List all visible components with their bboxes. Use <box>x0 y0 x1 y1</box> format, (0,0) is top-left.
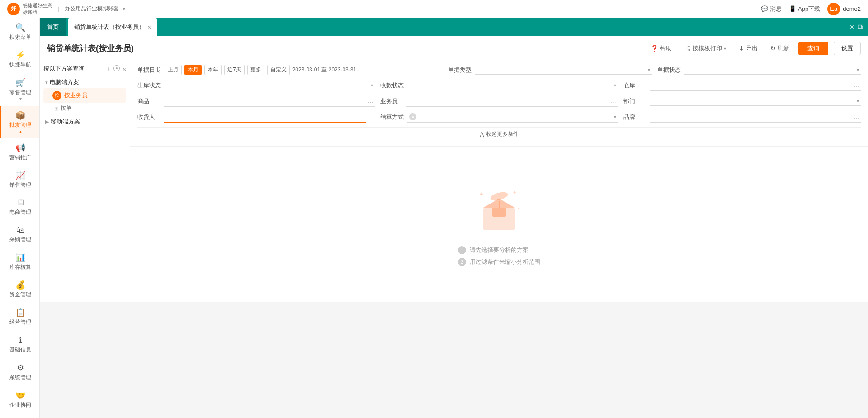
empty-state: ✦ ✦ ✦ 1 请先选择要分析的方案 <box>130 147 868 302</box>
tab-close-btn[interactable]: × <box>147 24 151 30</box>
filter-goods: 商品 ... <box>137 95 375 107</box>
page-actions: ❓ 帮助 🖨 按模板打印 ▾ ⬇ 导出 ↻ <box>647 42 861 55</box>
settle-select[interactable]: × ▾ <box>407 111 618 123</box>
this-year-btn[interactable]: 本年 <box>204 65 222 75</box>
sidebar: 🔍 搜索菜单 ⚡ 快捷导航 🛒 零售管理 ▾ 📦 批发管理 ▴ 📢 营销推广 📈… <box>0 18 40 418</box>
doc-status-select[interactable]: ▾ <box>684 66 861 75</box>
consignee-label: 收货人 <box>137 113 160 121</box>
consignee-dots[interactable]: ... <box>370 114 375 121</box>
goods-input[interactable]: ... <box>164 95 375 107</box>
sidebar-item-operation[interactable]: 📋 经营管理 <box>0 303 39 331</box>
system-icon: ⚙ <box>17 363 24 373</box>
collab-icon: 🤝 <box>15 390 25 400</box>
settle-clear-btn[interactable]: × <box>409 113 416 120</box>
help-label: 帮助 <box>660 44 672 52</box>
mobile-scheme-group: ▶ 移动端方案 <box>43 116 126 128</box>
edit-scheme-btn[interactable] <box>113 65 120 73</box>
warehouse-input[interactable]: ... <box>650 80 861 91</box>
tab-active[interactable]: 销货单统计表（按业务员） × <box>68 18 157 36</box>
page-content: 销货单统计表(按业务员) ❓ 帮助 🖨 按模板打印 ▾ ⬇ <box>40 36 868 418</box>
brand-label: 品牌 <box>623 113 646 121</box>
win-close-btn[interactable]: × <box>850 23 854 31</box>
export-btn[interactable]: ⬇ 导出 <box>735 43 761 54</box>
sidebar-item-retail[interactable]: 🛒 零售管理 ▾ <box>0 73 39 106</box>
system-title[interactable]: 办公用品行业模拟账套 <box>65 5 119 13</box>
scheme-item-salesperson[interactable]: 按 按业务员 <box>43 88 126 103</box>
add-scheme-btn[interactable]: + <box>107 65 111 73</box>
doc-type-select[interactable]: ▾ <box>475 66 651 75</box>
sidebar-item-system[interactable]: ⚙ 系统管理 <box>0 358 39 386</box>
collapse-label: 收起更多条件 <box>486 130 519 138</box>
mobile-scheme-header[interactable]: ▶ 移动端方案 <box>43 116 126 128</box>
page-header: 销货单统计表(按业务员) ❓ 帮助 🖨 按模板打印 ▾ ⬇ <box>40 36 868 59</box>
left-panel-title: 按以下方案查询 <box>43 65 85 73</box>
pc-scheme-label: 电脑端方案 <box>50 78 79 86</box>
doc-type-label: 单据类型 <box>448 66 472 74</box>
message-action[interactable]: 💬 消息 <box>761 5 782 13</box>
collapse-bar[interactable]: ⋀ 收起更多条件 <box>137 127 861 141</box>
settle-arrow: ▾ <box>614 114 616 119</box>
collapse-panel-btn[interactable]: « <box>123 65 126 73</box>
brand-input[interactable]: ... <box>650 111 861 123</box>
sidebar-item-ecommerce[interactable]: 🖥 电商管理 <box>0 194 39 221</box>
custom-date-btn[interactable]: 自定义 <box>267 65 290 75</box>
sidebar-label-basic: 基础信息 <box>9 346 31 354</box>
hint-text-1: 请先选择要分析的方案 <box>470 246 528 254</box>
system-dropdown-icon[interactable]: ▾ <box>123 5 126 12</box>
template-print-label: 按模板打印 <box>693 44 722 52</box>
filter-row-2: 出库状态 ▾ 收款状态 <box>137 80 861 91</box>
date-label: 单据日期 <box>137 66 161 74</box>
pc-scheme-header[interactable]: ▾ 电脑端方案 <box>43 76 126 88</box>
filter-row-3: 商品 ... 业务员 ... <box>137 95 861 107</box>
tab-home[interactable]: 首页 <box>40 18 66 36</box>
sidebar-item-wholesale[interactable]: 📦 批发管理 ▴ <box>0 106 39 138</box>
settings-btn[interactable]: 设置 <box>834 42 861 55</box>
print-icon: 🖨 <box>684 45 691 52</box>
dept-select[interactable]: ▾ <box>650 97 861 106</box>
salesperson-dots[interactable]: ... <box>611 97 616 104</box>
help-btn[interactable]: ❓ 帮助 <box>647 43 675 54</box>
refresh-btn[interactable]: ↻ 刷新 <box>767 43 793 54</box>
template-print-btn[interactable]: 🖨 按模板打印 ▾ <box>681 43 730 54</box>
warehouse-label: 仓库 <box>623 81 646 90</box>
hint-num-1: 1 <box>458 246 466 254</box>
collect-status-select[interactable]: ▾ <box>407 81 618 90</box>
sidebar-item-nav[interactable]: ⚡ 快捷导航 <box>0 46 39 73</box>
sidebar-item-finance[interactable]: 💰 资金管理 <box>0 276 39 303</box>
win-restore-btn[interactable]: ⧉ <box>858 23 863 31</box>
filter-area: 单据日期 上月 本月 本年 近7天 更多 自定义 2023-03-01 至 20… <box>130 59 868 146</box>
page-title: 销货单统计表(按业务员) <box>47 43 134 54</box>
collect-status-label: 收款状态 <box>380 81 404 90</box>
sidebar-item-guide[interactable]: 🎯 新手引导 <box>0 413 39 418</box>
salesperson-input[interactable]: ... <box>406 95 618 107</box>
last7days-btn[interactable]: 近7天 <box>224 65 245 75</box>
sidebar-item-sales[interactable]: 📈 销售管理 <box>0 166 39 194</box>
user-area[interactable]: Ea demo2 <box>827 3 861 15</box>
collapse-icon: ⋀ <box>480 131 484 138</box>
sidebar-item-marketing[interactable]: 📢 营销推广 <box>0 138 39 166</box>
sidebar-item-search[interactable]: 🔍 搜索菜单 <box>0 18 39 46</box>
brand-dots[interactable]: ... <box>854 113 859 120</box>
scheme-sub-order[interactable]: ⊞ 按单 <box>43 103 126 114</box>
user-name[interactable]: demo2 <box>843 5 861 12</box>
message-label: 消息 <box>770 5 782 13</box>
goods-dots[interactable]: ... <box>368 97 373 104</box>
out-status-select[interactable]: ▾ <box>165 81 375 90</box>
app-download-action[interactable]: 📱 App下载 <box>789 5 820 13</box>
last-month-btn[interactable]: 上月 <box>165 65 182 75</box>
date-range-display: 2023-03-01 至 2023-03-31 <box>292 66 356 74</box>
refresh-label: 刷新 <box>778 44 789 52</box>
logo-area[interactable]: 好 畅捷通好生意 标账版 <box>7 2 52 15</box>
empty-hint-1: 1 请先选择要分析的方案 <box>458 246 540 254</box>
consignee-input[interactable] <box>164 111 366 123</box>
sidebar-item-purchase[interactable]: 🛍 采购管理 <box>0 221 39 248</box>
sidebar-item-inventory[interactable]: 📊 库存核算 <box>0 248 39 276</box>
warehouse-dots[interactable]: ... <box>854 81 859 89</box>
sidebar-item-basic[interactable]: ℹ 基础信息 <box>0 331 39 358</box>
sidebar-label-collab: 企业协同 <box>9 401 31 409</box>
more-date-btn[interactable]: 更多 <box>247 65 264 75</box>
sidebar-item-collab[interactable]: 🤝 企业协同 <box>0 386 39 413</box>
top-header: 好 畅捷通好生意 标账版 | 办公用品行业模拟账套 ▾ 💬 消息 📱 App下载… <box>0 0 868 18</box>
query-btn[interactable]: 查询 <box>798 42 828 55</box>
this-month-btn[interactable]: 本月 <box>184 65 202 75</box>
